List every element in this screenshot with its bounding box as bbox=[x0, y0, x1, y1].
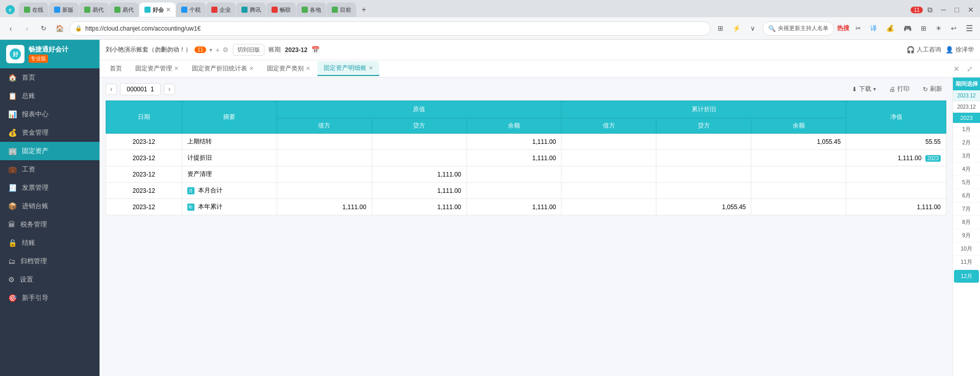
browser-tab-qiye[interactable]: 企业 bbox=[206, 3, 236, 17]
nav-home[interactable]: 🏠 bbox=[53, 22, 66, 35]
page-expand-btn[interactable]: ⤢ bbox=[964, 64, 976, 74]
game-icon[interactable]: 🎮 bbox=[900, 23, 915, 33]
refresh-btn[interactable]: ↻ 刷新 bbox=[919, 83, 946, 95]
period-month-6[interactable]: 6月 bbox=[953, 189, 980, 203]
main-content: 刘小艳演示账套（勿删勿动！） 11 ▾ + ⚙ 切到旧版 账期 2023-12 … bbox=[100, 40, 980, 376]
nav-back[interactable]: ‹ bbox=[4, 22, 17, 35]
sidebar-item-guide[interactable]: 🎯 新手引导 bbox=[0, 289, 100, 307]
period-date-1[interactable]: 2023.12 bbox=[953, 90, 980, 102]
tab-fixed-mgmt[interactable]: 固定资产管理 ✕ bbox=[129, 62, 185, 76]
calendar-icon[interactable]: 📅 bbox=[311, 46, 320, 54]
sidebar-item-fixed[interactable]: 🏢 固定资产 bbox=[0, 142, 100, 160]
add-account-btn[interactable]: + bbox=[215, 46, 219, 54]
period-panel: 期间选择 2023.12 2023.12 2023 1月 2月 3月 4月 5月… bbox=[952, 78, 980, 376]
tab-fixed-detail-close[interactable]: ✕ bbox=[369, 65, 373, 71]
tab-add-btn[interactable]: + bbox=[357, 3, 371, 17]
period-month-9[interactable]: 9月 bbox=[953, 229, 980, 242]
period-month-7[interactable]: 7月 bbox=[953, 203, 980, 216]
support-btn[interactable]: 🎧 人工咨询 bbox=[906, 45, 941, 54]
grid-icon[interactable]: ⊞ bbox=[918, 23, 929, 33]
tab-fixed-depr[interactable]: 固定资产折旧统计表 ✕ bbox=[186, 62, 260, 76]
tab-fixed-depr-label: 固定资产折旧统计表 bbox=[192, 64, 247, 73]
browser-tab-tengxun[interactable]: 腾讯 bbox=[236, 3, 266, 17]
print-btn[interactable]: 🖨 打印 bbox=[885, 83, 914, 95]
svg-text:e: e bbox=[9, 7, 12, 13]
tab-fixed-cat-close[interactable]: ✕ bbox=[306, 65, 310, 72]
tab-fixed-cat-label: 固定资产类别 bbox=[267, 64, 304, 73]
menu-icon[interactable]: ☰ bbox=[963, 22, 976, 34]
sidebar-item-home[interactable]: 🏠 首页 bbox=[0, 68, 100, 87]
sidebar-archive-label: 归档管理 bbox=[20, 257, 47, 266]
period-month-10[interactable]: 10月 bbox=[953, 242, 980, 256]
sidebar-item-invoice[interactable]: 🧾 发票管理 bbox=[0, 179, 100, 197]
dropdown-icon[interactable]: ▾ bbox=[209, 46, 212, 54]
sidebar-item-tax[interactable]: 🏛 税务管理 bbox=[0, 215, 100, 234]
extensions-btn[interactable]: ⊞ bbox=[714, 22, 727, 35]
settings-circle-btn[interactable]: ⚙ bbox=[223, 46, 229, 54]
cell-orig-balance-0: 1,111.00 bbox=[467, 134, 561, 150]
browser-tab-yidai1[interactable]: 易代 bbox=[79, 3, 109, 17]
table-row: 2023-12 上期结转 1,111.00 1,055.45 55.55 bbox=[106, 134, 946, 150]
browser-tab-online[interactable]: 在线 bbox=[19, 3, 48, 17]
tab-fixed-depr-close[interactable]: ✕ bbox=[249, 65, 254, 72]
browser-tab-new[interactable]: 新版 bbox=[49, 3, 79, 17]
sidebar-item-settings[interactable]: ⚙ 设置 bbox=[0, 270, 100, 289]
user-info[interactable]: 👤 徐泽华 bbox=[945, 45, 974, 54]
browser-tab-chang[interactable]: 畅联 bbox=[266, 3, 296, 17]
tab-fixed-cat[interactable]: 固定资产类别 ✕ bbox=[261, 62, 316, 76]
undo-icon[interactable]: ↩ bbox=[948, 23, 960, 33]
sidebar-item-ledger[interactable]: 📋 总账 bbox=[0, 87, 100, 105]
lightning-btn[interactable]: ⚡ bbox=[730, 22, 743, 35]
sun-icon[interactable]: ☀ bbox=[933, 23, 945, 33]
period-month-3[interactable]: 3月 bbox=[953, 149, 980, 163]
period-date-2[interactable]: 2023.12 bbox=[953, 102, 980, 113]
home-icon: 🏠 bbox=[8, 73, 17, 82]
tab-haohui-close[interactable]: ✕ bbox=[166, 7, 170, 13]
translate-icon[interactable]: 译 bbox=[867, 23, 880, 34]
sidebar-item-report[interactable]: 📊 报表中心 bbox=[0, 105, 100, 123]
browser-tab-geshui[interactable]: 个税 bbox=[176, 3, 206, 17]
browser-tab-gedi[interactable]: 各地 bbox=[297, 3, 326, 17]
settings-icon: ⚙ bbox=[8, 275, 15, 284]
col-orig-value: 原值 bbox=[277, 101, 561, 118]
period-month-12[interactable]: 12月 bbox=[954, 270, 979, 283]
scissors-icon[interactable]: ✂ bbox=[852, 23, 864, 33]
download-btn[interactable]: ⬇ 下载 ▾ bbox=[848, 83, 880, 95]
page-number-input[interactable] bbox=[120, 83, 161, 95]
win-close[interactable]: ✕ bbox=[964, 5, 978, 15]
switch-to-old-btn[interactable]: 切到旧版 bbox=[233, 44, 264, 56]
win-minimize[interactable]: ─ bbox=[937, 5, 950, 15]
sidebar-item-payroll[interactable]: 💼 工资 bbox=[0, 160, 100, 179]
period-month-5[interactable]: 5月 bbox=[953, 176, 980, 189]
expand-btn[interactable]: ∨ bbox=[746, 22, 760, 35]
sidebar-item-archive[interactable]: 🗂 归档管理 bbox=[0, 252, 100, 270]
period-month-4[interactable]: 4月 bbox=[953, 163, 980, 176]
bonus-icon[interactable]: 💰 bbox=[883, 23, 897, 33]
tab-fixed-detail[interactable]: 固定资产明细账 ✕ bbox=[317, 61, 379, 76]
win-restore[interactable]: ⧉ bbox=[923, 5, 937, 15]
period-month-8[interactable]: 8月 bbox=[953, 216, 980, 229]
address-input[interactable]: 🔒 https://cloud.chanjet.com/accounting/u… bbox=[69, 21, 710, 36]
nav-forward[interactable]: › bbox=[20, 22, 34, 35]
cell-accum-balance-2 bbox=[751, 166, 846, 183]
tab-fixed-detail-label: 固定资产明细账 bbox=[324, 64, 366, 72]
search-box[interactable]: 🔍 央视更新主持人名单 bbox=[763, 21, 834, 36]
browser-tab-yidai2[interactable]: 易代 bbox=[109, 3, 139, 17]
page-prev-btn[interactable]: ‹ bbox=[106, 84, 117, 95]
sidebar-item-capital[interactable]: 💰 资金管理 bbox=[0, 123, 100, 142]
sidebar-item-stock[interactable]: 📦 进销台账 bbox=[0, 197, 100, 215]
nav-refresh[interactable]: ↻ bbox=[37, 22, 50, 35]
browser-tab-haohui[interactable]: 好会 ✕ bbox=[139, 3, 176, 17]
page-next-btn[interactable]: › bbox=[164, 84, 175, 95]
period-month-11[interactable]: 11月 bbox=[953, 256, 980, 269]
tab-fixed-mgmt-close[interactable]: ✕ bbox=[174, 65, 179, 72]
period-month-1[interactable]: 1月 bbox=[953, 123, 980, 136]
page-collapse-btn[interactable]: ✕ bbox=[950, 64, 963, 74]
table-row: 2023-12 年 本年累计 1,111.00 1,111.00 1,111.0… bbox=[106, 199, 946, 215]
browser-tab-muqian[interactable]: 目前 bbox=[327, 3, 356, 17]
sidebar-item-closing[interactable]: 🔒 结账 bbox=[0, 234, 100, 252]
period-month-2[interactable]: 2月 bbox=[953, 136, 980, 149]
tab-home[interactable]: 首页 bbox=[104, 62, 128, 76]
cell-accum-debit-1 bbox=[561, 150, 656, 166]
win-maximize[interactable]: □ bbox=[951, 5, 963, 15]
